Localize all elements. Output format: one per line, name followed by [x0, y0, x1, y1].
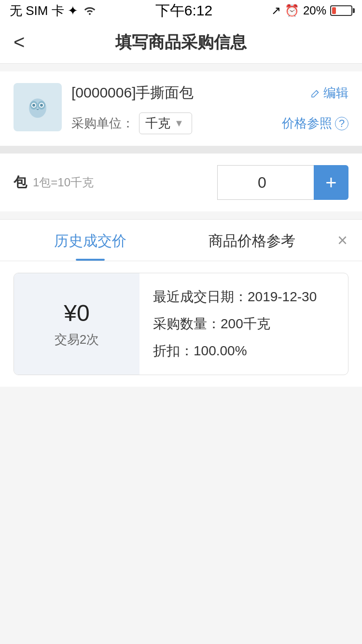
page-title: 填写商品采购信息: [115, 31, 247, 54]
edit-link[interactable]: 编辑: [310, 84, 348, 101]
tab-product-price-ref[interactable]: 商品价格参考: [171, 220, 332, 261]
product-unit-row: 采购单位： 千克 ▼ 价格参照 ?: [71, 112, 348, 134]
section-divider: [0, 146, 362, 154]
quantity-plus-button[interactable]: +: [314, 165, 348, 200]
status-bar: 无 SIM 卡 ✦ 下午6:12 ↗ ⏰ 20%: [0, 0, 362, 21]
tab-history-price[interactable]: 历史成交价: [10, 220, 171, 261]
battery-pct: 20%: [303, 4, 326, 17]
unit-select[interactable]: 千克 ▼: [139, 112, 192, 134]
price-value: 0: [77, 300, 90, 326]
product-name: [0000006]手撕面包: [71, 83, 194, 103]
unit-note: 1包=10千克: [33, 175, 94, 190]
price-ref-label: 价格参照: [282, 115, 332, 132]
recent-date-row: 最近成交日期：2019-12-30: [153, 287, 334, 307]
unit-label: 采购单位：: [71, 115, 134, 132]
panel-close-button[interactable]: ×: [333, 225, 352, 255]
history-price: ¥0: [64, 300, 89, 326]
unit-badge: 包: [14, 173, 27, 192]
purchase-qty-value: 200千克: [221, 316, 270, 331]
product-card: [0000006]手撕面包 编辑 采购单位： 千克 ▼ 价格参照 ?: [0, 71, 362, 146]
signal-text: 无 SIM 卡 ✦: [10, 2, 78, 19]
quantity-input[interactable]: [217, 165, 314, 200]
edit-label: 编辑: [323, 84, 348, 101]
purchase-qty-row: 采购数量：200千克: [153, 314, 334, 334]
discount-value: 100.00%: [194, 343, 247, 358]
history-card: ¥0 交易2次 最近成交日期：2019-12-30 采购数量：200千克 折扣：…: [14, 273, 348, 375]
battery-icon: [330, 5, 352, 16]
product-name-row: [0000006]手撕面包 编辑: [71, 83, 348, 103]
product-thumbnail: [14, 83, 62, 131]
unit-value: 千克: [145, 115, 170, 132]
status-right: ↗ ⏰ 20%: [271, 4, 352, 17]
recent-date-label: 最近成交日期：: [153, 289, 248, 304]
price-panel: 历史成交价 商品价格参考 × ¥0 交易2次 最近成交日期：2019-12-30…: [0, 219, 362, 387]
product-info: [0000006]手撕面包 编辑 采购单位： 千克 ▼ 价格参照 ?: [71, 83, 348, 134]
quantity-input-wrap: +: [217, 165, 348, 200]
purchase-qty-label: 采购数量：: [153, 316, 221, 331]
price-ref-button[interactable]: 价格参照 ?: [282, 115, 348, 132]
thumb-inner: [23, 92, 52, 123]
currency-symbol: ¥: [64, 300, 77, 326]
discount-label: 折扣：: [153, 343, 194, 358]
help-icon: ?: [335, 117, 348, 130]
back-button[interactable]: <: [14, 31, 25, 53]
status-time: 下午6:12: [155, 1, 212, 21]
battery-fill: [332, 7, 336, 14]
svg-point-5: [32, 104, 35, 107]
quantity-label-wrap: 包 1包=10千克: [14, 173, 94, 192]
history-trade-count: 交易2次: [55, 331, 99, 348]
product-header: [0000006]手撕面包 编辑 采购单位： 千克 ▼ 价格参照 ?: [14, 83, 348, 134]
location-icon: ↗: [271, 4, 281, 17]
dropdown-arrow-icon: ▼: [174, 118, 184, 129]
recent-date-value: 2019-12-30: [248, 289, 317, 304]
wifi-icon: [83, 3, 97, 18]
alarm-icon: ⏰: [285, 4, 299, 17]
history-card-right: 最近成交日期：2019-12-30 采购数量：200千克 折扣：100.00%: [139, 273, 348, 375]
svg-point-6: [40, 104, 43, 107]
quantity-row: 包 1包=10千克 +: [0, 154, 362, 211]
status-left: 无 SIM 卡 ✦: [10, 2, 97, 19]
panel-tabs: 历史成交价 商品价格参考 ×: [0, 220, 362, 261]
history-content: ¥0 交易2次 最近成交日期：2019-12-30 采购数量：200千克 折扣：…: [0, 261, 362, 387]
discount-row: 折扣：100.00%: [153, 341, 334, 361]
nav-bar: < 填写商品采购信息: [0, 21, 362, 64]
history-card-left: ¥0 交易2次: [14, 273, 139, 375]
